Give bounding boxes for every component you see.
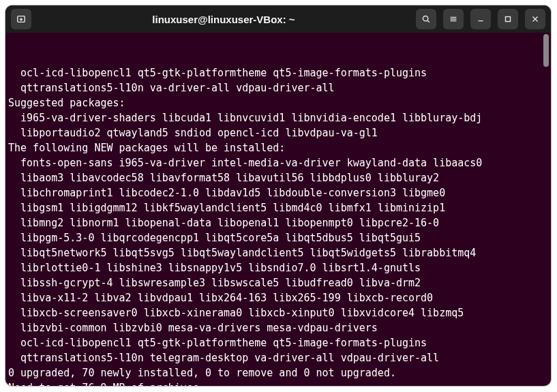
terminal-line: libzvbi-common libzvbi0 mesa-va-drivers … xyxy=(8,320,551,335)
new-tab-icon xyxy=(16,14,26,24)
terminal-line: libva-x11-2 libva2 libvdpau1 libx264-163… xyxy=(8,290,551,305)
search-icon xyxy=(421,14,431,24)
terminal-line: ocl-icd-libopencl1 qt5-gtk-platformtheme… xyxy=(8,335,551,350)
window-title: linuxuser@linuxuser-VBox: ~ xyxy=(37,14,410,25)
maximize-button[interactable] xyxy=(498,9,518,29)
terminal-line: librlottie0-1 libshine3 libsnappy1v5 lib… xyxy=(8,260,551,275)
svg-rect-2 xyxy=(506,17,511,22)
terminal-window: linuxuser@linuxuser-VBox: ~ xyxy=(5,5,551,386)
terminal-line: qttranslations5-l10n telegram-desktop va… xyxy=(8,350,551,365)
terminal-line: libpgm-5.3-0 libqrcodegencpp1 libqt5core… xyxy=(8,230,551,245)
terminal-line: The following NEW packages will be insta… xyxy=(8,140,551,155)
search-button[interactable] xyxy=(416,9,436,29)
terminal-line: libchromaprint1 libcodec2-1.0 libdav1d5 … xyxy=(8,185,551,200)
terminal-line: libxcb-screensaver0 libxcb-xinerama0 lib… xyxy=(8,305,551,320)
terminal-line: fonts-open-sans i965-va-driver intel-med… xyxy=(8,155,551,170)
minimize-icon xyxy=(476,14,485,24)
terminal-output[interactable]: ocl-icd-libopencl1 qt5-gtk-platformtheme… xyxy=(5,33,551,386)
minimize-button[interactable] xyxy=(470,9,491,29)
terminal-line: libportaudio2 qtwayland5 sndiod opencl-i… xyxy=(8,125,551,140)
close-button[interactable] xyxy=(525,9,545,29)
terminal-line: qttranslations5-l10n va-driver-all vdpau… xyxy=(8,80,551,95)
titlebar: linuxuser@linuxuser-VBox: ~ xyxy=(5,5,551,33)
terminal-line: libgsm1 libigdgmm12 libkf5waylandclient5… xyxy=(8,200,551,215)
terminal-line: 0 upgraded, 70 newly installed, 0 to rem… xyxy=(8,365,551,380)
svg-point-1 xyxy=(423,16,427,20)
terminal-line: ocl-icd-libopencl1 qt5-gtk-platformtheme… xyxy=(8,65,551,80)
scrollbar[interactable] xyxy=(543,34,550,385)
terminal-line: i965-va-driver-shaders libcuda1 libnvcuv… xyxy=(8,110,551,125)
terminal-line: Suggested packages: xyxy=(8,95,551,110)
scrollbar-thumb[interactable] xyxy=(543,34,549,67)
terminal-line: libmng2 libnorm1 libopenal-data libopena… xyxy=(8,215,551,230)
terminal-line: Need to get 76.9 MB of archives. xyxy=(8,380,551,386)
new-tab-button[interactable] xyxy=(11,9,31,29)
menu-button[interactable] xyxy=(443,9,464,29)
maximize-icon xyxy=(503,14,513,24)
terminal-line: libqt5network5 libqt5svg5 libqt5waylandc… xyxy=(8,245,551,260)
terminal-line: libaom3 libavcodec58 libavformat58 libav… xyxy=(8,170,551,185)
close-icon xyxy=(530,14,540,24)
hamburger-icon xyxy=(449,14,458,24)
terminal-line: libssh-gcrypt-4 libswresample3 libswscal… xyxy=(8,275,551,290)
